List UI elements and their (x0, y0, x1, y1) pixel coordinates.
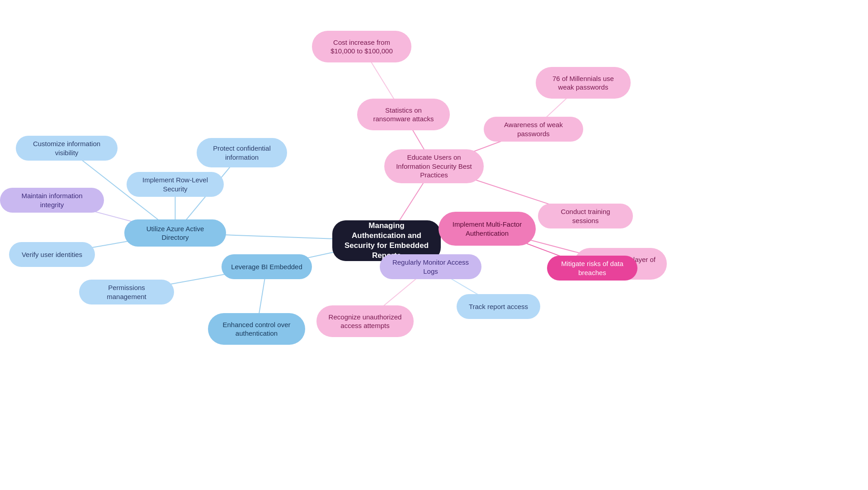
implement-mfa-node[interactable]: Implement Multi-Factor Authentication (439, 212, 536, 246)
recognize-unauth-node[interactable]: Recognize unauthorized access attempts (316, 305, 414, 337)
customize-info-node[interactable]: Customize information visibility (16, 136, 118, 161)
cost-increase-node[interactable]: Cost increase from $10,000 to $100,000 (312, 31, 411, 62)
awareness-weak-node[interactable]: Awareness of weak passwords (484, 117, 583, 142)
weak-passwords-node[interactable]: 76 of Millennials use weak passwords (536, 67, 631, 99)
mind-map-container: Managing Authentication and Security for… (0, 0, 868, 490)
verify-user-node[interactable]: Verify user identities (9, 242, 95, 267)
utilize-azure-node[interactable]: Utilize Azure Active Directory (124, 219, 226, 247)
stats-ransomware-node[interactable]: Statistics on ransomware attacks (357, 99, 450, 130)
implement-row-node[interactable]: Implement Row-Level Security (127, 172, 224, 197)
mitigate-risks-node[interactable]: Mitigate risks of data breaches (547, 256, 637, 281)
leverage-bi-node[interactable]: Leverage BI Embedded (222, 254, 312, 279)
monitor-logs-node[interactable]: Regularly Monitor Access Logs (380, 254, 481, 279)
permissions-node[interactable]: Permissions management (79, 280, 174, 304)
educate-users-node[interactable]: Educate Users on Information Security Be… (384, 149, 484, 183)
track-report-node[interactable]: Track report access (457, 294, 540, 319)
enhanced-control-node[interactable]: Enhanced control over authentication (208, 313, 305, 345)
maintain-integrity-node[interactable]: Maintain information integrity (0, 188, 104, 213)
conduct-training-node[interactable]: Conduct training sessions (538, 204, 633, 228)
protect-confidential-node[interactable]: Protect confidential information (197, 138, 287, 167)
